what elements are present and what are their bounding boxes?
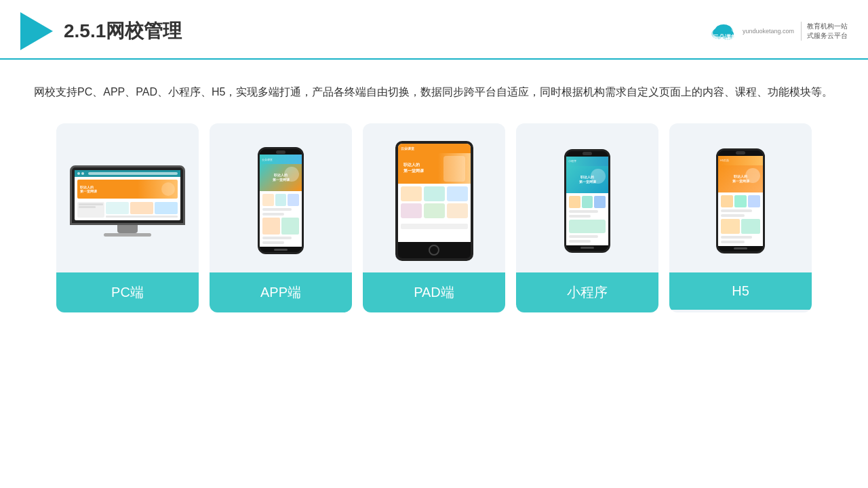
header-left: 2.5.1网校管理 <box>20 12 182 50</box>
description-text: 网校支持PC、APP、PAD、小程序、H5，实现多端打通，产品各终端自由切换，数… <box>34 81 834 103</box>
brand-text: yunduoketang.com <box>743 28 794 35</box>
monitor-mockup: 职达人的第一堂网课 <box>70 165 185 237</box>
svg-text:云朵课堂: 云朵课堂 <box>713 34 738 41</box>
miniprogram-phone-mockup: 小程序 职达人的第一堂网课 <box>564 149 610 253</box>
brand-slogan: 教育机构一站 式服务云平台 <box>801 22 848 41</box>
card-app: 云朵课堂 职达人的第一堂网课 <box>210 123 352 312</box>
card-h5-label: H5 <box>669 272 812 310</box>
card-app-image: 云朵课堂 职达人的第一堂网课 <box>210 123 352 272</box>
card-app-label: APP端 <box>210 272 352 312</box>
page-title: 2.5.1网校管理 <box>64 18 182 44</box>
card-h5: H5页面 职达人的第一堂网课 <box>669 123 812 312</box>
app-phone-mockup: 云朵课堂 职达人的第一堂网课 <box>258 147 304 254</box>
header-right: 云朵课堂 yunduoketang.com 教育机构一站 式服务云平台 <box>709 20 848 42</box>
card-miniprogram: 小程序 职达人的第一堂网课 <box>516 123 658 312</box>
card-miniprogram-image: 小程序 职达人的第一堂网课 <box>516 123 658 272</box>
brand-logo: 云朵课堂 yunduoketang.com 教育机构一站 式服务云平台 <box>709 20 848 42</box>
pad-tablet-mockup: 云朵课堂 职达人的第一堂网课 <box>395 141 473 261</box>
card-pc: 职达人的第一堂网课 <box>56 123 199 312</box>
card-h5-image: H5页面 职达人的第一堂网课 <box>669 123 812 272</box>
card-pc-label: PC端 <box>56 272 199 312</box>
logo-triangle-icon <box>20 12 53 50</box>
card-pc-image: 职达人的第一堂网课 <box>56 123 199 272</box>
card-pad: 云朵课堂 职达人的第一堂网课 <box>363 123 505 312</box>
platform-cards-row: 职达人的第一堂网课 <box>34 123 834 312</box>
brand-url: yunduoketang.com <box>743 28 794 35</box>
main-content: 网校支持PC、APP、PAD、小程序、H5，实现多端打通，产品各终端自由切换，数… <box>0 60 868 326</box>
card-pad-image: 云朵课堂 职达人的第一堂网课 <box>363 123 505 272</box>
header: 2.5.1网校管理 云朵课堂 yunduoketang.com 教育机构一站 式… <box>0 0 868 60</box>
cloud-icon: 云朵课堂 <box>709 20 738 42</box>
card-pad-label: PAD端 <box>363 272 505 312</box>
card-miniprogram-label: 小程序 <box>516 272 658 312</box>
h5-phone-mockup: H5页面 职达人的第一堂网课 <box>716 148 765 253</box>
